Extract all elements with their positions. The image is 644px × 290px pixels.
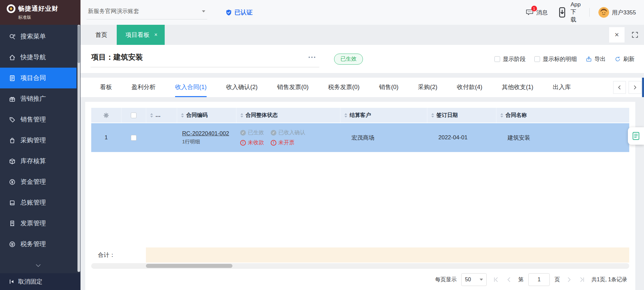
account-select[interactable]: 新服务官网演示账套 [87,5,207,19]
refresh-label: 刷新 [623,55,635,63]
contract-detail-line: 1行明细 [182,139,200,145]
gear-icon [103,112,109,119]
username-label: 用户3355 [612,9,636,16]
column-settings-button[interactable] [91,108,121,123]
sidebar-item-sales[interactable]: 销售管理 [0,109,76,130]
brand-name: 畅捷通好业财 [18,4,58,13]
sidebar: 畅捷通好业财 标准版 搜索菜单 快捷导航 项目合同 营销推广 [0,0,80,290]
sidebar-item-label: 采购管理 [20,136,46,145]
more-options-icon[interactable] [307,55,317,59]
sidebar-item-invoice[interactable]: 发票管理 [0,213,76,234]
sidebar-item-label: 快捷导航 [20,53,46,62]
export-icon [586,56,592,62]
checkbox-icon [534,56,540,62]
row-date: 2022-04-01 [427,134,496,141]
certified-badge[interactable]: 已认证 [225,8,253,16]
per-page-select[interactable]: 50 [461,273,487,286]
tab-project-dashboard[interactable]: 项目看板 [117,25,165,45]
sidebar-item-project-contract[interactable]: 项目合同 [0,68,76,88]
subtab-stock-io[interactable]: 出入库 [553,78,571,97]
row-name: 建筑安装 [496,134,629,142]
subtab-sales[interactable]: 销售(0) [379,78,398,97]
book-icon [9,199,16,206]
sidebar-item-inventory[interactable]: 库存核算 [0,151,76,171]
subtab-profit-analysis[interactable]: 盈利分析 [131,78,156,97]
header-contract-name[interactable]: 合同名称 [496,108,629,123]
sidebar-item-label: 税务管理 [20,240,46,248]
prev-page-icon[interactable] [505,275,514,284]
user-menu[interactable]: 用户3355 [598,7,636,18]
horizontal-scrollbar-thumb[interactable] [146,264,232,268]
brand-logo-icon [7,4,15,13]
contract-code-link[interactable]: RC-20220401-002 [182,130,229,137]
show-stage-checkbox[interactable]: 显示阶段 [494,55,526,63]
gift-icon [9,95,16,102]
sort-icon [500,113,503,118]
project-header-bar: 项目：建筑安装 已生效 显示阶段 显示标的明细 导出 刷新 [80,45,644,73]
subtab-tax-invoice[interactable]: 税务发票(0) [328,78,360,97]
row-index: 1 [91,134,121,141]
receipt-icon [9,220,16,227]
close-icon[interactable] [609,27,625,43]
page-suffix-label: 页 [554,276,560,283]
quick-entry-widget[interactable] [628,127,644,145]
messages-button[interactable]: 1 消息 [526,9,548,16]
header-sign-date[interactable]: 签订日期 [427,108,496,123]
box-icon [9,158,16,165]
close-tab-icon[interactable] [154,32,157,38]
subtab-dashboard[interactable]: 看板 [100,78,112,97]
subtab-prev-icon[interactable] [613,81,626,94]
sidebar-scrollbar-thumb[interactable] [77,25,80,63]
collapse-left-icon [9,279,15,285]
sidebar-item-tax[interactable]: 税务管理 [0,234,76,255]
pagination-summary: 共1页, 1条记录 [591,276,627,283]
sort-icon [344,113,347,118]
status-uninvoiced: 未开票 [271,139,305,146]
messages-label: 消息 [536,9,548,16]
sidebar-item-ledger[interactable]: 总账管理 [0,192,76,213]
next-page-icon[interactable] [565,275,573,284]
row-checkbox[interactable] [121,135,146,141]
app-download-button[interactable]: App下载 [556,1,581,23]
refresh-button[interactable]: 刷新 [614,55,635,63]
sidebar-scrollbar-track [77,25,80,272]
refresh-icon [614,56,621,62]
sidebar-item-quick-nav[interactable]: 快捷导航 [0,47,76,68]
unpin-sidebar-button[interactable]: 取消固定 [0,273,80,290]
row-code-cell: RC-20220401-002 1行明细 [177,130,236,145]
export-label: 导出 [594,55,606,63]
subtab-other-income[interactable]: 其他收支(1) [502,78,533,97]
page-number-input[interactable] [528,273,550,286]
sidebar-scroll-more-icon[interactable] [0,264,76,267]
table-row[interactable]: 1 RC-20220401-002 1行明细 已生效 已收入确认 未收款 未开票… [91,123,629,152]
topbar-right: 1 消息 App下载 用户3355 [526,1,636,23]
show-detail-checkbox[interactable]: 显示标的明细 [534,55,577,63]
last-page-icon[interactable] [578,275,587,284]
sidebar-item-marketing[interactable]: 营销推广 [0,88,76,109]
page-prefix-label: 第 [518,276,524,283]
sidebar-item-label: 项目合同 [20,74,46,82]
sidebar-item-search-menu[interactable]: 搜索菜单 [0,26,76,47]
subtab-payments[interactable]: 收付款(4) [457,78,482,97]
export-button[interactable]: 导出 [586,55,606,63]
phone-download-icon [556,7,568,18]
sidebar-item-funds[interactable]: 资金管理 [0,171,76,192]
header-label: 合同整体状态 [246,112,278,119]
header-customer[interactable]: 结算客户 [340,108,427,123]
sidebar-item-purchase[interactable]: 采购管理 [0,130,76,151]
fullscreen-icon[interactable] [629,29,641,41]
first-page-icon[interactable] [491,275,500,284]
subtab-next-icon[interactable] [629,81,641,94]
header-more[interactable]: … [146,108,177,123]
table-empty-area [91,152,629,247]
header-contract-code[interactable]: 合同编码 [177,108,236,123]
subtab-purchase[interactable]: 采购(2) [418,78,437,97]
per-page-value: 50 [465,277,471,283]
sidebar-item-label: 营销推广 [20,94,46,103]
subtab-revenue-recognition[interactable]: 收入确认(2) [226,78,258,97]
subtab-sales-invoice[interactable]: 销售发票(0) [277,78,309,97]
subtab-income-contract[interactable]: 收入合同(1) [175,78,207,97]
header-contract-status[interactable]: 合同整体状态 [236,108,340,123]
tab-home[interactable]: 首页 [80,31,117,39]
select-all-checkbox[interactable] [121,108,146,123]
